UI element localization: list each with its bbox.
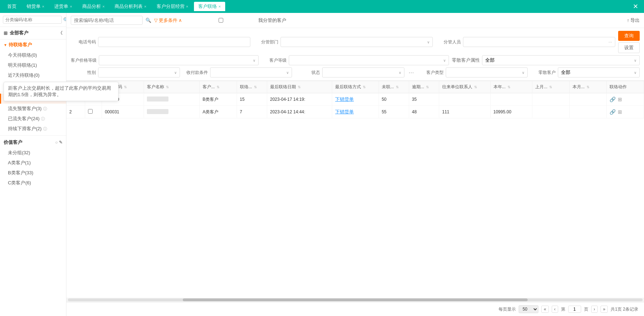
more-conditions-btn[interactable]: ▽ 更多条件 ∧ — [154, 17, 182, 24]
filter-dots[interactable]: ··· — [407, 69, 416, 76]
nav-tab-product-analysis[interactable]: 商品分析 × — [78, 2, 109, 11]
nav-tab-customer-contact[interactable]: 客户联络 × — [194, 2, 225, 11]
row1-action: 🔗 ⊞ — [607, 93, 644, 106]
row2-last-date: 2023-04-12 14:44: — [267, 106, 332, 118]
price-level-caret-icon: ∨ — [253, 58, 255, 62]
sidebar-collapse-btn[interactable]: 《 — [58, 30, 62, 36]
filter-retail-customer-field: 零散客户 全部 ∨ — [531, 67, 640, 77]
row2-checkbox[interactable] — [85, 106, 102, 118]
filter-payment-field: 收付款条件 ∨ — [183, 67, 292, 77]
row2-this-year: 10995.00 — [490, 106, 532, 118]
sidebar-item-a-class[interactable]: A类客户(1) — [0, 158, 66, 168]
filter-customer-level-field: 客户等级 ∨ — [261, 55, 449, 65]
settings-button[interactable]: 设置 — [618, 42, 640, 53]
sort-unit-contact-icon: ⇅ — [474, 85, 477, 89]
filter-action-btns: 查询 设置 — [618, 31, 640, 53]
nav-tab-home[interactable]: 首页 — [3, 2, 21, 11]
row2-contact-icon[interactable]: 🔗 — [610, 109, 616, 115]
sidebar-item-b-class[interactable]: B类客户(33) — [0, 168, 66, 178]
page-input[interactable] — [568, 306, 581, 313]
nav-tab-product-list[interactable]: 商品分析列表 × — [110, 2, 150, 11]
customer-type-input[interactable]: ∨ — [446, 67, 528, 77]
row1-more-icon[interactable]: ⊞ — [618, 96, 622, 102]
th-last-month[interactable]: 上月... ⇅ — [532, 81, 570, 93]
th-type[interactable]: 客户... ⇅ — [199, 81, 237, 93]
customer-level-input[interactable]: ∨ — [289, 55, 449, 65]
query-button[interactable]: 查询 — [618, 31, 640, 41]
close-customer-tier-tab[interactable]: × — [186, 4, 188, 9]
close-sales-tab[interactable]: × — [42, 4, 44, 9]
retail-customer-input[interactable]: 全部 ∨ — [558, 67, 640, 77]
row1-last-method[interactable]: 下销货单 — [332, 93, 379, 106]
scroll-thumb[interactable] — [183, 298, 528, 301]
sidebar-item-tomorrow[interactable]: 明天待联络(1) — [0, 60, 66, 70]
sidebar-item-ungroup[interactable]: 未分组(32) — [0, 148, 66, 158]
nav-tab-purchase[interactable]: 进货单 × — [50, 2, 76, 11]
th-unit-contact[interactable]: 往来单位联系人 ⇅ — [439, 81, 490, 93]
th-overdue[interactable]: 逾期... ⇅ — [409, 81, 439, 93]
prev-page-btn[interactable]: ‹ — [552, 306, 558, 313]
content-area: 🔍 ▽ 更多条件 ∧ 我分管的客户 ↑ 导出 电话号码 — [66, 13, 644, 316]
last-page-btn[interactable]: » — [601, 306, 608, 313]
window-close-button[interactable]: ✕ — [630, 3, 641, 10]
th-this-month[interactable]: 本月... ⇅ — [569, 81, 607, 93]
footer-pagination: 每页显示 50 100 200 « ‹ 第 页 › » 共1页 2条记录 — [66, 302, 644, 316]
row1-this-year — [490, 93, 532, 106]
nav-tab-sales[interactable]: 销货单 × — [22, 2, 48, 11]
sidebar-item-declining[interactable]: 持续下滑客户(2) ⓘ — [0, 124, 66, 134]
th-action: 联络动作 — [607, 81, 644, 93]
sidebar-search-input[interactable] — [3, 16, 62, 24]
sort-this-year-icon: ⇅ — [508, 85, 510, 89]
retail-attr-input[interactable]: 全部 ∨ — [482, 55, 640, 65]
sidebar-item-lost[interactable]: 已流失客户(24) ⓘ — [0, 114, 66, 124]
row2-more-icon[interactable]: ⊞ — [618, 109, 622, 115]
manager-input[interactable]: ··· — [463, 37, 615, 47]
status-input[interactable]: ∨ — [322, 67, 404, 77]
row1-contact-icon[interactable]: 🔗 — [610, 96, 616, 102]
edit-group-icon[interactable]: ○ ✎ — [55, 140, 62, 145]
th-last-method[interactable]: 最后联络方式 ⇅ — [332, 81, 379, 93]
th-uncontacted[interactable]: 未联... ⇅ — [379, 81, 409, 93]
next-page-btn[interactable]: › — [591, 306, 598, 313]
gender-input[interactable]: ∨ — [98, 67, 180, 77]
total-text: 共1页 2条记录 — [611, 306, 638, 312]
my-customers-checkbox-label[interactable]: 我分管的客户 — [185, 17, 286, 24]
close-purchase-tab[interactable]: × — [70, 4, 72, 9]
nav-tab-customer-tier[interactable]: 客户分层经营 × — [152, 2, 193, 11]
th-this-year[interactable]: 本年... ⇅ — [490, 81, 532, 93]
close-product-analysis-tab[interactable]: × — [102, 4, 105, 9]
sidebar-item-loss-warning[interactable]: 流失预警客户(3) ⓘ — [0, 104, 66, 114]
payment-input[interactable]: ∨ — [210, 67, 292, 77]
horizontal-scrollbar[interactable] — [66, 298, 644, 302]
th-name[interactable]: 客户名称 ⇅ — [144, 81, 199, 93]
row2-select-checkbox[interactable] — [88, 109, 93, 114]
first-page-btn[interactable]: « — [541, 306, 549, 313]
page-suffix: 页 — [584, 306, 588, 312]
scroll-track[interactable] — [68, 298, 643, 301]
th-last-date[interactable]: 最后联络日期 ⇅ — [267, 81, 332, 93]
export-icon: ↑ — [627, 18, 630, 23]
th-contact[interactable]: 联络... ⇅ — [237, 81, 267, 93]
sidebar-search-icon[interactable]: 🔍 — [63, 17, 66, 23]
search-input[interactable] — [71, 16, 143, 25]
my-customers-checkbox[interactable] — [185, 18, 257, 23]
status-caret-icon: ∨ — [399, 71, 401, 75]
export-btn[interactable]: ↑ 导出 — [627, 17, 640, 24]
sidebar-item-c-class[interactable]: C类客户(6) — [0, 178, 66, 188]
close-customer-contact-tab[interactable]: × — [218, 4, 221, 9]
row2-last-method[interactable]: 下销货单 — [332, 106, 379, 118]
close-product-list-tab[interactable]: × — [144, 4, 146, 9]
row1-last-month — [532, 93, 570, 106]
row2-action: 🔗 ⊞ — [607, 106, 644, 118]
top-nav: 首页 销货单 × 进货单 × 商品分析 × 商品分析列表 × 客户分层经营 × … — [0, 0, 644, 13]
sidebar-item-today[interactable]: 今天待联络(0) — [0, 50, 66, 60]
sidebar-all-customers[interactable]: ⊞ 全部客户 《 — [0, 27, 66, 39]
search-filter-icon[interactable]: 🔍 — [145, 18, 151, 23]
filter-dept-field: 分管部门 ∨ — [253, 37, 433, 47]
price-level-input[interactable]: ∨ — [99, 55, 259, 65]
sidebar-pending-title[interactable]: ▼ 待联络客户 — [0, 39, 66, 50]
per-page-select[interactable]: 50 100 200 — [519, 305, 538, 313]
sidebar-item-7days[interactable]: 近7天待联络(0) — [0, 70, 66, 80]
dept-input[interactable]: ∨ — [281, 37, 433, 47]
phone-input[interactable] — [98, 37, 250, 47]
